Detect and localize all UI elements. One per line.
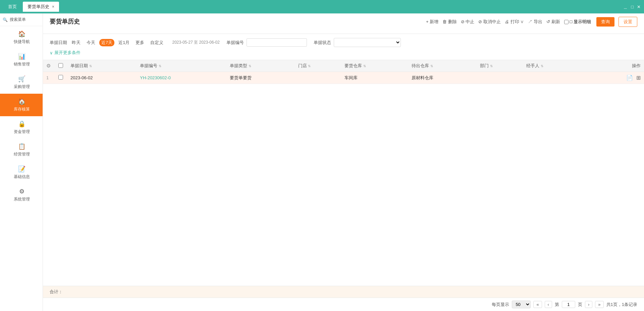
setting-button[interactable]: 设置: [619, 17, 637, 27]
shortcut-yesterday[interactable]: 昨天: [70, 39, 83, 46]
header-toolbar: 要货单历史 + 新增 🗑 删除 ⊘ 中止 ⊘ 取消中止 🖨 打印 ∨: [43, 13, 644, 34]
col-doc-type: 单据类型 ⇅: [226, 60, 295, 72]
stop-button-label: ⊘ 中止: [461, 19, 475, 25]
sort-pending-warehouse-icon[interactable]: ⇅: [430, 64, 433, 68]
row-date: 2023-06-02: [67, 72, 137, 84]
refresh-button-label: ↺ 刷新: [546, 19, 560, 25]
per-page-select[interactable]: 20 50 100: [512, 301, 531, 308]
delete-button[interactable]: 🗑 删除: [442, 19, 457, 25]
row-num: 1: [43, 72, 55, 84]
row-doc-no: YH-20230602-0: [137, 72, 226, 84]
tab-requisition-history[interactable]: 要货单历史 ×: [23, 2, 59, 12]
sort-department-icon[interactable]: ⇅: [490, 64, 493, 68]
col-pending-warehouse: 待出仓库 ⇅: [408, 60, 477, 72]
doc-no-label: 单据编号: [226, 40, 244, 46]
table-row[interactable]: 1 2023-06-02 YH-20230602-0 要货单要货 车间库 原材料…: [43, 72, 644, 84]
sidebar-search[interactable]: 🔍 搜索菜单: [0, 13, 43, 26]
shortcut-more[interactable]: 更多: [133, 39, 146, 46]
search-icon: 🔍: [3, 17, 8, 22]
row-req-warehouse: 车间库: [341, 72, 408, 84]
tab-home[interactable]: 首页: [3, 2, 21, 12]
row-action-edit-icon[interactable]: ⊞: [636, 75, 641, 81]
row-doc-no-link[interactable]: YH-20230602-0: [140, 75, 171, 80]
new-button[interactable]: + 新增: [426, 19, 438, 25]
new-button-label: + 新增: [426, 19, 438, 25]
pagination: 每页显示 20 50 100 « ‹ 第 页 › » 共1页，1条记录: [43, 298, 644, 311]
sidebar-item-sales-mgmt[interactable]: 📊 销售管理: [0, 49, 43, 71]
query-button[interactable]: 查询: [596, 17, 614, 27]
table-header-row: ⚙ 单据日期 ⇅ 单据编号 ⇅: [43, 60, 644, 72]
minimize-icon[interactable]: ＿: [623, 4, 628, 10]
filter-area: 单据日期 昨天 今天 近7天 近1月 更多 自定义 2023-05-27 至 2…: [43, 34, 644, 60]
sidebar-item-system-label: 系统管理: [14, 196, 30, 202]
page-input[interactable]: [562, 301, 575, 308]
tab-close-icon[interactable]: ×: [52, 4, 54, 9]
row-store: [295, 72, 341, 84]
sort-date-icon[interactable]: ⇅: [89, 64, 92, 68]
refresh-button[interactable]: ↺ 刷新: [546, 19, 560, 25]
maximize-icon[interactable]: □: [631, 4, 634, 9]
sidebar-item-basic-info-label: 基础信息: [14, 174, 30, 180]
sidebar-item-operations-mgmt[interactable]: 📋 经营管理: [0, 139, 43, 161]
filter-row: 单据日期 昨天 今天 近7天 近1月 更多 自定义 2023-05-27 至 2…: [50, 38, 637, 47]
show-detail-checkbox-label[interactable]: □ 显示明细: [564, 19, 591, 25]
setting-button-label: 设置: [624, 19, 632, 25]
toolbar: + 新增 🗑 删除 ⊘ 中止 ⊘ 取消中止 🖨 打印 ∨ ↗ 导出: [426, 17, 637, 30]
page-title: 要货单历史: [50, 17, 80, 30]
expand-button[interactable]: ∨ 展开更多条件: [50, 50, 637, 56]
print-button[interactable]: 🖨 打印 ∨: [505, 19, 524, 25]
sidebar-item-basic-info[interactable]: 📝 基础信息: [0, 161, 43, 184]
col-doc-type-label: 单据类型: [230, 63, 247, 68]
select-all-checkbox[interactable]: [58, 63, 63, 68]
window-close-icon[interactable]: ✕: [637, 4, 641, 9]
show-detail-checkbox[interactable]: [564, 20, 569, 24]
inventory-icon: 🏠: [18, 98, 25, 105]
sort-store-icon[interactable]: ⇅: [308, 64, 311, 68]
cancel-stop-button[interactable]: ⊘ 取消中止: [478, 19, 501, 25]
sidebar-item-inventory[interactable]: 🏠 库存核算: [0, 94, 43, 116]
col-department: 部门 ⇅: [477, 60, 523, 72]
main-layout: 🔍 搜索菜单 🏠 快捷导航 📊 销售管理 🛒 采购管理 🏠 库存核算 🔒 资金管…: [0, 13, 644, 311]
page-label: 第: [555, 302, 559, 308]
sort-handler-icon[interactable]: ⇅: [541, 64, 543, 68]
sort-req-warehouse-icon[interactable]: ⇅: [363, 64, 366, 68]
col-doc-no: 单据编号 ⇅: [137, 60, 226, 72]
row-action-view-icon[interactable]: 📄: [626, 75, 633, 81]
sidebar-item-finance-mgmt[interactable]: 🔒 资金管理: [0, 116, 43, 139]
gear-icon[interactable]: ⚙: [46, 63, 51, 69]
col-department-label: 部门: [480, 63, 489, 68]
shortcut-today[interactable]: 今天: [85, 39, 97, 46]
sales-icon: 📊: [18, 53, 25, 60]
top-bar-right: ＿ □ ✕: [623, 4, 641, 10]
sort-doc-no-icon[interactable]: ⇅: [159, 64, 161, 68]
next-page-button[interactable]: ›: [585, 301, 592, 308]
sidebar-item-system-mgmt[interactable]: ⚙ 系统管理: [0, 184, 43, 206]
status-select[interactable]: [334, 38, 401, 47]
col-date: 单据日期 ⇅: [67, 60, 137, 72]
sort-doc-type-icon[interactable]: ⇅: [249, 64, 251, 68]
shortcut-last7days[interactable]: 近7天: [99, 39, 114, 46]
row-select-checkbox[interactable]: [58, 75, 63, 80]
export-button[interactable]: ↗ 导出: [528, 19, 542, 25]
date-range-display: 2023-05-27 至 2023-06-02: [172, 40, 219, 45]
sidebar-item-quick-nav[interactable]: 🏠 快捷导航: [0, 26, 43, 49]
row-pending-warehouse: 原材料仓库: [408, 72, 477, 84]
first-page-button[interactable]: «: [533, 301, 542, 308]
chevron-down-icon: ∨: [50, 50, 53, 55]
shortcut-last1month[interactable]: 近1月: [116, 39, 131, 46]
prev-page-button[interactable]: ‹: [545, 301, 552, 308]
sidebar-item-purchase-mgmt[interactable]: 🛒 采购管理: [0, 71, 43, 94]
row-department: [477, 72, 523, 84]
shortcut-custom[interactable]: 自定义: [148, 39, 165, 46]
delete-button-label: 🗑 删除: [442, 19, 457, 25]
top-bar: 首页 要货单历史 × ＿ □ ✕: [0, 0, 644, 13]
col-checkbox: [55, 60, 67, 72]
cancel-stop-button-label: ⊘ 取消中止: [478, 19, 501, 25]
col-doc-no-label: 单据编号: [140, 63, 157, 68]
col-settings: ⚙: [43, 60, 55, 72]
last-page-button[interactable]: »: [595, 301, 603, 308]
sidebar-item-finance-label: 资金管理: [14, 129, 30, 135]
stop-button[interactable]: ⊘ 中止: [461, 19, 475, 25]
doc-no-input[interactable]: [247, 38, 307, 47]
sidebar-item-sales-label: 销售管理: [14, 61, 30, 67]
